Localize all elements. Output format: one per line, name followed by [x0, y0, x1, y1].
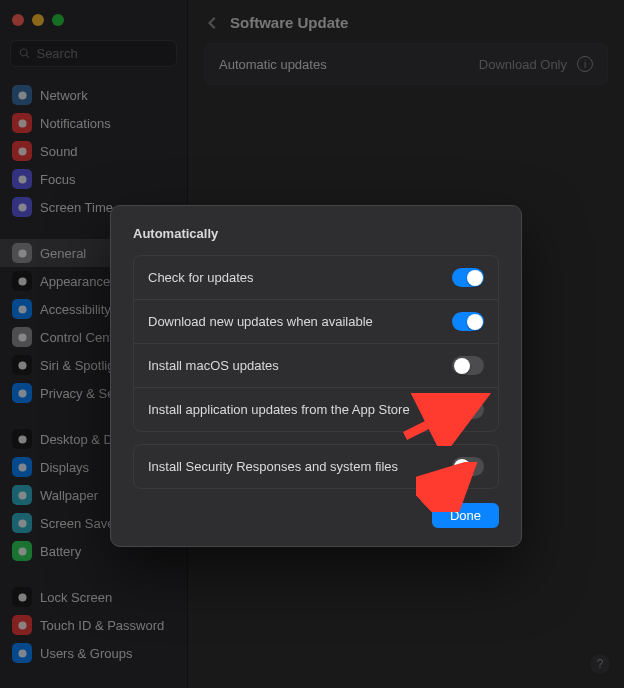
sidebar-item-label: Screen Saver — [40, 516, 119, 531]
sidebar-item-label: Touch ID & Password — [40, 618, 164, 633]
screensaver-icon — [12, 513, 32, 533]
sidebar-item-lock-screen[interactable]: Lock Screen — [0, 583, 187, 611]
svg-point-1 — [18, 119, 26, 127]
contrast-icon — [12, 271, 32, 291]
battery-icon — [12, 541, 32, 561]
setting-row: Install application updates from the App… — [134, 387, 498, 431]
sidebar-item-label: Accessibility — [40, 302, 111, 317]
automatic-updates-value: Download Only — [479, 57, 567, 72]
done-button[interactable]: Done — [432, 503, 499, 528]
setting-row: Install Security Responses and system fi… — [134, 445, 498, 488]
header: Software Update — [188, 0, 624, 43]
svg-point-8 — [18, 333, 26, 341]
toggle-switch[interactable] — [452, 400, 484, 419]
moon-icon — [12, 169, 32, 189]
toggle-switch[interactable] — [452, 356, 484, 375]
sidebar-item-network[interactable]: Network — [0, 81, 187, 109]
globe-icon — [12, 85, 32, 105]
svg-point-7 — [18, 305, 26, 313]
close-window-button[interactable] — [12, 14, 24, 26]
sidebar-item-focus[interactable]: Focus — [0, 165, 187, 193]
svg-point-0 — [18, 91, 26, 99]
sidebar-item-touch-id-password[interactable]: Touch ID & Password — [0, 611, 187, 639]
svg-point-5 — [18, 249, 26, 257]
hand-icon — [12, 383, 32, 403]
search-icon — [19, 47, 30, 60]
setting-label: Install Security Responses and system fi… — [148, 459, 398, 474]
svg-point-17 — [18, 621, 26, 629]
sidebar-item-label: Users & Groups — [40, 646, 132, 661]
modal-title: Automatically — [133, 226, 499, 241]
search-input[interactable] — [36, 46, 168, 61]
help-button[interactable]: ? — [590, 654, 610, 674]
display-icon — [12, 457, 32, 477]
sidebar-item-notifications[interactable]: Notifications — [0, 109, 187, 137]
lock-icon — [12, 587, 32, 607]
sidebar-item-label: Focus — [40, 172, 75, 187]
desktop-icon — [12, 429, 32, 449]
sidebar-item-users-groups[interactable]: Users & Groups — [0, 639, 187, 667]
svg-point-2 — [18, 147, 26, 155]
sliders-icon — [12, 327, 32, 347]
sidebar-item-label: Network — [40, 88, 88, 103]
toggle-switch[interactable] — [452, 268, 484, 287]
automatic-updates-label: Automatic updates — [219, 57, 327, 72]
toggle-switch[interactable] — [452, 457, 484, 476]
back-button[interactable] — [206, 16, 220, 30]
sidebar-item-label: Displays — [40, 460, 89, 475]
sidebar-item-label: Sound — [40, 144, 78, 159]
person-icon — [12, 299, 32, 319]
sidebar-item-label: Wallpaper — [40, 488, 98, 503]
page-title: Software Update — [230, 14, 348, 31]
sidebar-item-label: Notifications — [40, 116, 111, 131]
svg-point-10 — [18, 389, 26, 397]
users-icon — [12, 643, 32, 663]
automatic-updates-row[interactable]: Automatic updates Download Only i — [204, 43, 608, 85]
setting-label: Install macOS updates — [148, 358, 279, 373]
setting-label: Check for updates — [148, 270, 254, 285]
info-icon[interactable]: i — [577, 56, 593, 72]
setting-row: Download new updates when available — [134, 299, 498, 343]
gear-icon — [12, 243, 32, 263]
toggle-switch[interactable] — [452, 312, 484, 331]
setting-row: Install macOS updates — [134, 343, 498, 387]
sidebar-item-label: Battery — [40, 544, 81, 559]
siri-icon — [12, 355, 32, 375]
svg-point-15 — [18, 547, 26, 555]
zoom-window-button[interactable] — [52, 14, 64, 26]
wallpaper-icon — [12, 485, 32, 505]
automatic-updates-modal: Automatically Check for updatesDownload … — [110, 205, 522, 547]
window-controls — [0, 8, 187, 32]
svg-point-14 — [18, 519, 26, 527]
minimize-window-button[interactable] — [32, 14, 44, 26]
setting-label: Install application updates from the App… — [148, 402, 410, 417]
svg-point-4 — [18, 203, 26, 211]
svg-point-9 — [18, 361, 26, 369]
svg-point-13 — [18, 491, 26, 499]
svg-point-11 — [18, 435, 26, 443]
svg-point-18 — [18, 649, 26, 657]
sidebar-item-label: Screen Time — [40, 200, 113, 215]
bell-icon — [12, 113, 32, 133]
hourglass-icon — [12, 197, 32, 217]
sidebar-item-label: Appearance — [40, 274, 110, 289]
speaker-icon — [12, 141, 32, 161]
svg-point-6 — [18, 277, 26, 285]
sidebar-item-label: Lock Screen — [40, 590, 112, 605]
setting-label: Download new updates when available — [148, 314, 373, 329]
search-field-container[interactable] — [10, 40, 177, 67]
sidebar-item-sound[interactable]: Sound — [0, 137, 187, 165]
svg-point-12 — [18, 463, 26, 471]
svg-point-16 — [18, 593, 26, 601]
svg-point-3 — [18, 175, 26, 183]
fingerprint-icon — [12, 615, 32, 635]
setting-row: Check for updates — [134, 256, 498, 299]
sidebar-item-label: General — [40, 246, 86, 261]
